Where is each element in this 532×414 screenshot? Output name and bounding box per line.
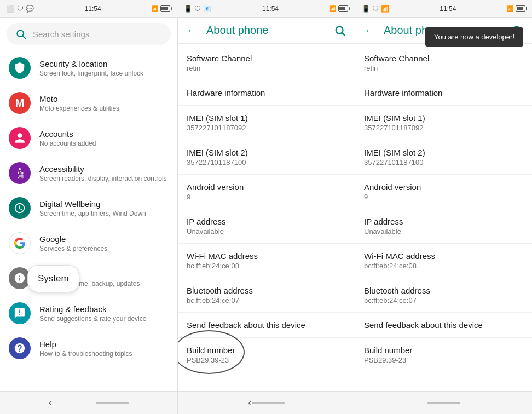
sidebar-item-digital-wellbeing[interactable]: Digital Wellbeing Screen time, app timer…: [0, 191, 177, 226]
developer-toast: You are now a developer!: [425, 27, 523, 47]
sidebar-item-accounts[interactable]: Accounts No accounts added: [0, 120, 177, 156]
sidebar-item-system[interactable]: System Languages, time, backup, updates: [0, 261, 177, 296]
about-item-android-version[interactable]: Android version 9: [178, 175, 355, 209]
build-number-title: Build number: [187, 346, 346, 355]
about-item-wifi-mac[interactable]: Wi-Fi MAC address bc:ff:eb:24:ce:08: [178, 244, 355, 278]
settings-list: Security & location Screen lock, fingerp…: [0, 50, 177, 391]
moto-title: Moto: [39, 94, 169, 104]
software-channel2-title: Software Channel: [364, 54, 523, 63]
accessibility-subtitle: Screen readers, display, interaction con…: [39, 175, 169, 182]
sidebar-item-accessibility[interactable]: Accessibility Screen readers, display, i…: [0, 156, 177, 191]
right-panels: ← About phone Software Channel retin Har…: [178, 18, 532, 414]
google-icon: [9, 232, 31, 254]
ip-address2-title: IP address: [364, 217, 523, 226]
nav-back-left[interactable]: ‹: [49, 397, 52, 409]
moto-icon-label: M: [15, 97, 25, 110]
status-time-2: 11:54: [262, 5, 279, 13]
wifi-mac-value: bc:ff:eb:24:ce:08: [187, 262, 346, 270]
nav-back-panel1[interactable]: ‹: [248, 397, 252, 409]
nav-pill-panel2: [427, 402, 460, 404]
about-item-software-channel[interactable]: Software Channel retin: [178, 46, 355, 81]
about-item-hardware-info2[interactable]: Hardware information: [355, 81, 532, 106]
bottom-nav-left: ‹: [0, 391, 177, 414]
status-time-3: 11:54: [440, 5, 456, 13]
about-item-feedback[interactable]: Send feedback about this device: [178, 313, 355, 338]
about-item-wifi-mac2[interactable]: Wi-Fi MAC address bc:ff:eb:24:ce:08: [355, 244, 532, 278]
sidebar-item-google[interactable]: Google Services & preferences: [0, 226, 177, 261]
imei2-2-title: IMEI (SIM slot 2): [364, 148, 523, 157]
system-tooltip-title: System: [38, 273, 69, 284]
about-item-build-number[interactable]: Build number PSB29.39-23: [178, 338, 355, 372]
about-item-feedback2[interactable]: Send feedback about this device: [355, 313, 532, 338]
android-version-value: 9: [187, 193, 346, 201]
imei2-value: 357227101187100: [187, 158, 346, 166]
about-item-build-number2[interactable]: Build number PSB29.39-23: [355, 338, 532, 372]
wifi-mac2-value: bc:ff:eb:24:ce:08: [364, 262, 523, 270]
hardware-info-title: Hardware information: [187, 88, 346, 97]
sidebar-item-moto[interactable]: M Moto Moto experiences & utilities: [0, 85, 177, 120]
accessibility-text: Accessibility Screen readers, display, i…: [39, 164, 169, 182]
help-title: Help: [39, 340, 169, 349]
nav-pill-left: [96, 402, 129, 404]
about-list-2: Software Channel retin Hardware informat…: [355, 44, 532, 391]
about-item-imei1-2[interactable]: IMEI (SIM slot 1) 357227101187092: [355, 106, 532, 140]
software-channel2-value: retin: [364, 64, 523, 72]
bluetooth2-title: Bluetooth address: [364, 286, 523, 295]
security-subtitle: Screen lock, fingerprint, face unlock: [39, 70, 169, 77]
security-icon: [9, 57, 31, 79]
search-bar[interactable]: Search settings: [7, 23, 171, 45]
security-text: Security & location Screen lock, fingerp…: [39, 59, 169, 77]
back-arrow-2[interactable]: ←: [364, 24, 375, 37]
feedback-title: Send feedback about this device: [187, 320, 346, 330]
about-panel-1: ← About phone Software Channel retin Har…: [178, 18, 355, 414]
about-item-imei2-2[interactable]: IMEI (SIM slot 2) 357227101187100: [355, 140, 532, 175]
bluetooth-title: Bluetooth address: [187, 286, 346, 295]
status-icons-3: 📱 🛡 📶: [362, 5, 389, 13]
about-item-ip-address[interactable]: IP address Unavailable: [178, 209, 355, 244]
google-subtitle: Services & preferences: [39, 245, 169, 252]
about-item-ip-address2[interactable]: IP address Unavailable: [355, 209, 532, 244]
status-time-1: 11:54: [85, 5, 101, 13]
ip-address2-value: Unavailable: [364, 227, 523, 235]
hardware-info2-title: Hardware information: [364, 88, 523, 97]
ip-address-value: Unavailable: [187, 227, 346, 235]
svg-line-4: [342, 33, 345, 36]
battery-icon-1: [160, 5, 170, 12]
about-item-imei2[interactable]: IMEI (SIM slot 2) 357227101187100: [178, 140, 355, 175]
about-item-bluetooth2[interactable]: Bluetooth address bc:ff:eb:24:ce:07: [355, 278, 532, 313]
imei1-title: IMEI (SIM slot 1): [187, 113, 346, 123]
digital-wellbeing-subtitle: Screen time, app timers, Wind Down: [39, 210, 169, 217]
status-bar: ⬜ 🛡 💬 11:54 📶 📱 🛡 📧 11:54 📶 📱 🛡 📶 11:54: [0, 0, 532, 18]
settings-panel: Search settings Security & location Scre…: [0, 18, 178, 414]
system-tooltip: System: [27, 265, 79, 292]
imei2-title: IMEI (SIM slot 2): [187, 148, 346, 157]
status-section-2: 📱 🛡 📧 11:54 📶: [177, 5, 354, 13]
moto-text: Moto Moto experiences & utilities: [39, 94, 169, 112]
help-icon: [9, 337, 31, 359]
accounts-subtitle: No accounts added: [39, 140, 169, 147]
status-icons-2: 📱 🛡 📧: [184, 5, 211, 13]
about-item-hardware-info[interactable]: Hardware information: [178, 81, 355, 106]
bluetooth-value: bc:ff:eb:24:ce:07: [187, 296, 346, 304]
imei1-value: 357227101187092: [187, 124, 346, 132]
status-section-3: 📱 🛡 📶 11:54 📶: [355, 5, 532, 13]
build-number2-value: PSB29.39-23: [364, 356, 523, 364]
sidebar-item-help[interactable]: Help How-to & troubleshooting topics: [0, 331, 177, 366]
about-item-bluetooth[interactable]: Bluetooth address bc:ff:eb:24:ce:07: [178, 278, 355, 313]
about-item-android-version2[interactable]: Android version 9: [355, 175, 532, 209]
about-item-imei1[interactable]: IMEI (SIM slot 1) 357227101187092: [178, 106, 355, 140]
back-arrow-1[interactable]: ←: [187, 24, 198, 37]
search-icon-1[interactable]: [334, 25, 346, 37]
ip-address-title: IP address: [187, 217, 346, 226]
help-text: Help How-to & troubleshooting topics: [39, 340, 169, 358]
sidebar-item-rating[interactable]: Rating & feedback Send suggestions & rat…: [0, 296, 177, 331]
rating-text: Rating & feedback Send suggestions & rat…: [39, 304, 169, 323]
software-channel-title: Software Channel: [187, 54, 346, 63]
imei1-2-title: IMEI (SIM slot 1): [364, 113, 523, 123]
about-item-software-channel2[interactable]: Software Channel retin: [355, 46, 532, 81]
nav-pill-panel1: [252, 402, 285, 404]
digital-wellbeing-text: Digital Wellbeing Screen time, app timer…: [39, 199, 169, 217]
battery-icon-3: [516, 5, 525, 12]
moto-icon: M: [9, 92, 31, 114]
sidebar-item-security[interactable]: Security & location Screen lock, fingerp…: [0, 50, 177, 85]
